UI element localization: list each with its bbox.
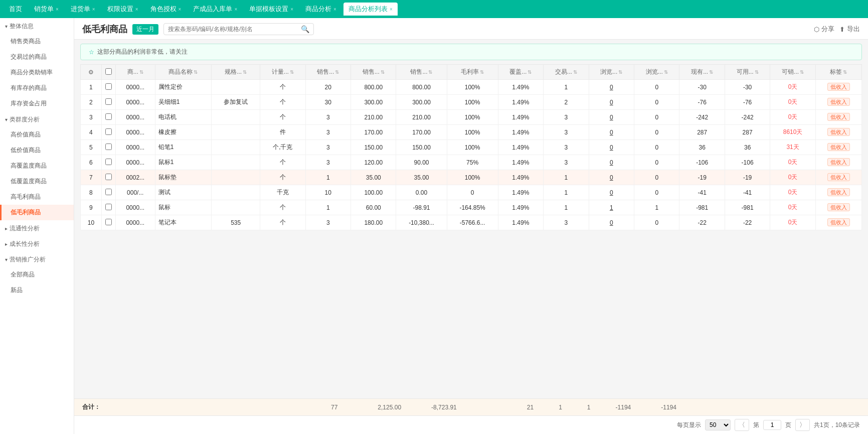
sidebar-item-有库存的商品[interactable]: 有库存的商品 [0,80,74,96]
col-checkbox[interactable] [101,65,115,80]
row-view1[interactable]: 0 [589,215,634,230]
row-name[interactable]: 测试 [155,185,212,200]
col-current[interactable]: 现有...⇅ [679,65,725,80]
sidebar-item-低覆盖度商品[interactable]: 低覆盖度商品 [0,174,74,189]
sidebar-item-新品[interactable]: 新品 [0,282,74,298]
row-view1[interactable]: 0 [589,185,634,200]
export-button[interactable]: ⬆ 导出 [839,25,860,34]
row-name[interactable]: 铅笔1 [155,140,212,155]
nav-close-icon[interactable]: × [234,7,237,12]
select-all-checkbox[interactable] [105,68,112,75]
nav-close-icon[interactable]: × [390,7,393,12]
col-settings[interactable]: ⚙ [81,65,102,80]
col-spec[interactable]: 规格...⇅ [212,65,260,80]
row-select-checkbox[interactable] [105,174,112,180]
row-checkbox[interactable] [101,185,115,200]
row-checkbox[interactable] [101,215,115,230]
nav-close-icon[interactable]: × [290,7,293,12]
prev-page-button[interactable]: 〈 [735,419,749,431]
col-view1[interactable]: 浏览...⇅ [589,65,634,80]
sidebar-item-低价值商品[interactable]: 低价值商品 [0,142,74,158]
col-saleable[interactable]: 可销...⇅ [770,65,815,80]
col-sale-amount[interactable]: 销售...⇅ [396,65,447,80]
row-name[interactable]: 笔记本 [155,215,212,230]
col-view2[interactable]: 浏览...⇅ [634,65,679,80]
row-select-checkbox[interactable] [105,83,112,90]
nav-close-icon[interactable]: × [333,7,336,12]
share-button[interactable]: ⬡ 分享 [814,25,834,34]
row-checkbox[interactable] [101,170,115,185]
row-name[interactable]: 吴细细1 [155,95,212,110]
nav-item-首页[interactable]: 首页 [4,3,27,16]
row-view1[interactable]: 0 [589,110,634,125]
col-name[interactable]: 商品名称⇅ [155,65,212,80]
sidebar-item-交易过的商品[interactable]: 交易过的商品 [0,49,74,65]
row-view1[interactable]: 0 [589,170,634,185]
search-icon[interactable]: 🔍 [301,25,309,33]
row-checkbox[interactable] [101,80,115,95]
nav-item-权限设置[interactable]: 权限设置× [102,3,143,16]
row-view1[interactable]: 0 [589,125,634,140]
search-input[interactable] [168,26,299,33]
col-sale-price[interactable]: 销售...⇅ [351,65,396,80]
sidebar-item-高覆盖度商品[interactable]: 高覆盖度商品 [0,158,74,174]
date-badge[interactable]: 近一月 [132,24,158,35]
row-select-checkbox[interactable] [105,204,112,210]
nav-item-销货单[interactable]: 销货单× [29,3,64,16]
row-name[interactable]: 鼠标垫 [155,170,212,185]
row-view1[interactable]: 0 [589,155,634,170]
row-select-checkbox[interactable] [105,143,112,150]
col-coverage[interactable]: 覆盖...⇅ [498,65,543,80]
row-select-checkbox[interactable] [105,113,112,120]
sidebar-item-低毛利商品[interactable]: 低毛利商品 [0,205,74,220]
row-checkbox[interactable] [101,95,115,110]
row-name[interactable]: 电话机 [155,110,212,125]
row-select-checkbox[interactable] [105,98,112,105]
nav-item-角色授权[interactable]: 角色授权× [145,3,187,16]
row-select-checkbox[interactable] [105,159,112,165]
sidebar-item-库存资金占用[interactable]: 库存资金占用 [0,96,74,111]
col-sale-qty[interactable]: 销售...⇅ [305,65,351,80]
row-select-checkbox[interactable] [105,128,112,135]
row-view1[interactable]: 1 [589,200,634,215]
sidebar-group-title[interactable]: ▸流通性分析 [0,220,74,236]
nav-close-icon[interactable]: × [56,7,59,12]
next-page-button[interactable]: 〉 [795,419,810,431]
row-select-checkbox[interactable] [105,219,112,225]
row-select-checkbox[interactable] [105,189,112,195]
nav-item-商品分析[interactable]: 商品分析× [300,3,341,16]
row-name[interactable]: 鼠标1 [155,155,212,170]
nav-item-单据模板设置[interactable]: 单据模板设置× [244,3,298,16]
nav-close-icon[interactable]: × [92,7,95,12]
col-trade[interactable]: 交易...⇅ [544,65,589,80]
row-checkbox[interactable] [101,200,115,215]
sidebar-item-全部商品[interactable]: 全部商品 [0,267,74,282]
nav-item-产成品入库单[interactable]: 产成品入库单× [188,3,242,16]
row-view1[interactable]: 0 [589,140,634,155]
sidebar-item-商品分类助销率[interactable]: 商品分类助销率 [0,65,74,80]
nav-close-icon[interactable]: × [135,7,138,12]
row-view1[interactable]: 0 [589,95,634,110]
sidebar-group-title[interactable]: ▾营销推广分析 [0,251,74,267]
sidebar-item-高价值商品[interactable]: 高价值商品 [0,127,74,142]
page-number-input[interactable] [763,420,781,430]
col-code[interactable]: 商...⇅ [115,65,155,80]
sidebar-group-title[interactable]: ▾类群度分析 [0,111,74,127]
nav-close-icon[interactable]: × [179,7,182,12]
col-margin[interactable]: 毛利率⇅ [447,65,498,80]
row-checkbox[interactable] [101,110,115,125]
row-checkbox[interactable] [101,140,115,155]
row-view1[interactable]: 0 [589,80,634,95]
col-tag[interactable]: 标签⇅ [815,65,861,80]
row-name[interactable]: 属性定价 [155,80,212,95]
per-page-select[interactable]: 50 20 100 [705,419,731,430]
row-checkbox[interactable] [101,155,115,170]
sidebar-item-销售类商品[interactable]: 销售类商品 [0,34,74,49]
row-name[interactable]: 橡皮擦 [155,125,212,140]
row-checkbox[interactable] [101,125,115,140]
col-unit[interactable]: 计量...⇅ [260,65,305,80]
sidebar-item-高毛利商品[interactable]: 高毛利商品 [0,189,74,205]
nav-item-进货单[interactable]: 进货单× [66,3,100,16]
sidebar-group-title[interactable]: ▾整体信息 [0,18,74,34]
col-available[interactable]: 可用...⇅ [725,65,770,80]
